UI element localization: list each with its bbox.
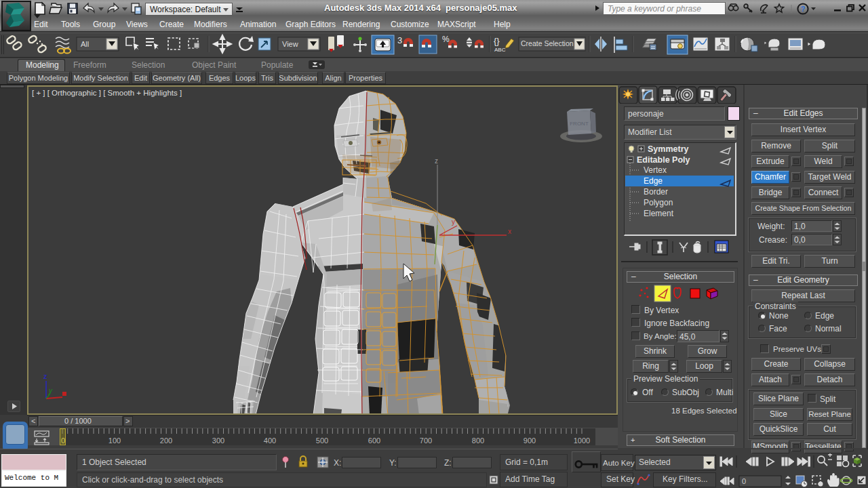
svg-text:3: 3 (397, 35, 402, 45)
svg-text:800: 800 (472, 436, 484, 445)
svg-text:Polygon: Polygon (644, 198, 673, 207)
svg-text:{}: {} (494, 36, 500, 46)
svg-text:Border: Border (644, 187, 668, 197)
svg-text:y: y (48, 387, 53, 394)
svg-text:200: 200 (160, 436, 172, 445)
svg-text:Symmetry: Symmetry (648, 144, 688, 154)
svg-text:ABC: ABC (494, 47, 506, 53)
svg-text:Editable Poly: Editable Poly (637, 155, 690, 165)
svg-text:300: 300 (212, 436, 224, 445)
svg-text:View: View (282, 40, 298, 48)
svg-text:?: ? (801, 5, 806, 13)
svg-text:400: 400 (264, 436, 276, 445)
svg-text:600: 600 (368, 436, 380, 445)
svg-text:0: 0 (742, 477, 746, 485)
svg-text:z: z (43, 372, 47, 380)
svg-text:y: y (452, 218, 455, 226)
svg-text:700: 700 (420, 436, 432, 445)
svg-text:Vertex: Vertex (644, 165, 667, 175)
svg-text:100: 100 (108, 436, 121, 445)
svg-text:Element: Element (644, 209, 674, 218)
svg-text:1000: 1000 (574, 436, 590, 445)
svg-text:z: z (435, 157, 438, 165)
svg-text:FRONT: FRONT (570, 121, 589, 127)
svg-text:500: 500 (316, 436, 328, 445)
svg-text:All: All (81, 40, 89, 48)
svg-text:900: 900 (524, 436, 536, 445)
svg-text:Edge: Edge (644, 176, 663, 186)
svg-text:x: x (508, 228, 511, 235)
